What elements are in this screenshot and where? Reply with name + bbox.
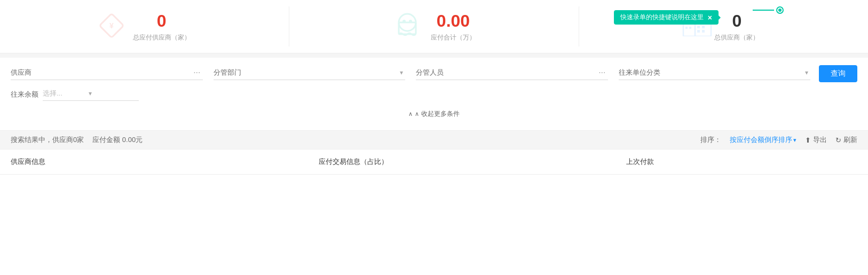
payable-suppliers-number: 0 — [157, 11, 167, 31]
manager-dots-icon[interactable]: ··· — [596, 68, 607, 77]
total-suppliers-number: 0 — [732, 11, 741, 31]
balance-placeholder: 选择... — [43, 89, 89, 98]
ghost-icon — [392, 11, 422, 41]
manager-label: 分管人员 — [416, 68, 444, 77]
tooltip-dot — [777, 7, 783, 13]
filter-section: 供应商 ··· 分管部门 ▾ 分管人员 ··· 往来单位分类 ▾ 查询 往来余额… — [0, 58, 868, 131]
sort-value-text: 按应付会额倒序排序 — [730, 135, 792, 145]
supplier-input[interactable] — [36, 68, 191, 76]
export-button[interactable]: ⬆ 导出 — [805, 135, 827, 145]
supplier-label: 供应商 — [11, 68, 31, 77]
filter-row-1: 供应商 ··· 分管部门 ▾ 分管人员 ··· 往来单位分类 ▾ 查询 — [11, 65, 857, 82]
balance-select[interactable]: 选择... ▾ — [43, 88, 139, 101]
svg-rect-13 — [702, 26, 705, 28]
svg-rect-12 — [697, 26, 700, 28]
refresh-button[interactable]: ↻ 刷新 — [835, 135, 857, 145]
total-suppliers-label: 总供应商（家） — [714, 33, 759, 42]
unit-classification-input[interactable] — [665, 68, 803, 76]
results-bar: 搜索结果中，供应商0家 应付金额 0.00元 排序： 按应付会额倒序排序 ▾ ⬆… — [0, 131, 868, 150]
collapse-icon: ∧ ∧ — [408, 111, 419, 117]
department-arrow-icon[interactable]: ▾ — [398, 69, 405, 76]
diamond-icon: ¥ — [99, 13, 124, 38]
results-summary: 搜索结果中，供应商0家 — [11, 135, 84, 145]
supplier-dots-icon[interactable]: ··· — [191, 68, 202, 77]
stat-payable-suppliers: ¥ 0 总应付供应商（家） — [0, 6, 289, 46]
tooltip-close-button[interactable]: × — [708, 13, 712, 22]
svg-rect-7 — [695, 22, 711, 36]
sort-select[interactable]: 按应付会额倒序排序 ▾ — [730, 135, 796, 145]
collapse-button[interactable]: ∧ ∧ 收起更多条件 — [400, 107, 468, 121]
payable-total-number: 0.00 — [437, 11, 470, 31]
unit-classification-arrow-icon[interactable]: ▾ — [803, 69, 810, 76]
collapse-row: ∧ ∧ 收起更多条件 — [11, 105, 857, 126]
department-filter[interactable]: 分管部门 ▾ — [214, 68, 406, 80]
svg-rect-10 — [685, 27, 688, 29]
results-actions: 排序： 按应付会额倒序排序 ▾ ⬆ 导出 ↻ 刷新 — [700, 135, 857, 145]
export-label: 导出 — [813, 135, 827, 145]
refresh-label: 刷新 — [843, 135, 857, 145]
svg-point-4 — [403, 20, 406, 23]
sort-arrow-icon: ▾ — [793, 137, 796, 144]
results-amount: 应付金额 0.00元 — [92, 135, 143, 145]
supplier-filter[interactable]: 供应商 ··· — [11, 68, 203, 80]
svg-point-5 — [409, 20, 412, 23]
table-col-payment: 上次付款 — [626, 157, 857, 167]
collapse-label: 收起更多条件 — [421, 109, 460, 119]
svg-rect-11 — [689, 27, 691, 29]
shortcut-tooltip: 快速录单的快捷键说明在这里 × — [614, 10, 719, 25]
balance-arrow-icon[interactable]: ▾ — [89, 90, 135, 97]
sort-label: 排序： — [700, 135, 721, 145]
unit-classification-label: 往来单位分类 — [619, 68, 660, 77]
department-input[interactable] — [246, 68, 398, 76]
payable-total-label: 应付合计（万） — [431, 33, 476, 42]
table-col-transaction: 应付交易信息（占比） — [319, 157, 627, 167]
department-label: 分管部门 — [214, 68, 241, 77]
search-button[interactable]: 查询 — [819, 65, 857, 82]
table-header: 供应商信息 应付交易信息（占比） 上次付款 — [0, 150, 868, 175]
manager-input[interactable] — [448, 68, 596, 76]
unit-classification-filter[interactable]: 往来单位分类 ▾ — [619, 68, 811, 80]
stat-payable-total: 0.00 应付合计（万） — [289, 6, 579, 46]
svg-rect-15 — [702, 30, 705, 33]
table-col-supplier: 供应商信息 — [11, 157, 319, 167]
tooltip-text: 快速录单的快捷键说明在这里 — [620, 13, 704, 22]
tooltip-line — [753, 10, 774, 11]
filter-row-2: 往来余额 选择... ▾ — [11, 88, 857, 101]
tooltip-area: 快速录单的快捷键说明在这里 × — [753, 7, 783, 13]
results-info: 搜索结果中，供应商0家 应付金额 0.00元 — [11, 135, 143, 145]
balance-label: 往来余额 — [11, 90, 38, 99]
svg-text:¥: ¥ — [109, 21, 114, 30]
stats-bar: ¥ 0 总应付供应商（家） — [0, 0, 868, 53]
svg-rect-14 — [697, 30, 700, 33]
manager-filter[interactable]: 分管人员 ··· — [416, 68, 608, 80]
table-body — [0, 175, 868, 275]
payable-suppliers-label: 总应付供应商（家） — [133, 33, 191, 42]
refresh-icon: ↻ — [835, 136, 841, 144]
export-icon: ⬆ — [805, 136, 811, 144]
